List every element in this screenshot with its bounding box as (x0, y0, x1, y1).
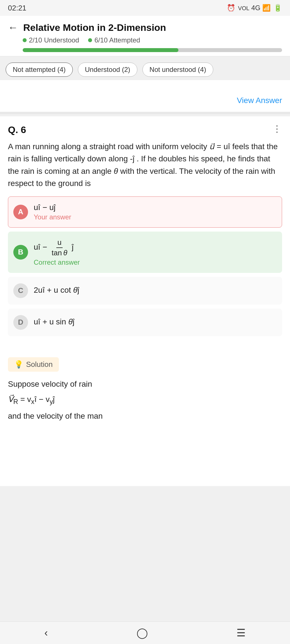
option-b[interactable]: B uî − u tan θ ĵ Correct answer (8, 232, 282, 273)
option-c-content: 2uî + u cot θĵ (34, 286, 277, 296)
question-text: A man running along a straight road with… (8, 140, 282, 190)
header: ← Relative Motion in 2-Dimension 2/10 Un… (0, 16, 290, 56)
view-answer-link[interactable]: View Answer (237, 96, 282, 105)
rain-velocity-vector: V⃗ (8, 393, 13, 406)
status-time: 02:21 (8, 4, 26, 12)
tab-not-attempted[interactable]: Not attempted (4) (6, 63, 73, 77)
option-d[interactable]: D uî + u sin θĵ (8, 309, 282, 336)
attempted-label: 6/10 Attempted (94, 36, 140, 44)
option-a-math: uî − uĵ (34, 203, 277, 212)
solution-text: Suppose velocity of rain V⃗R = vxî − vyĵ… (8, 378, 282, 423)
fraction-b: u tan θ (50, 238, 68, 257)
question-card: Q. 6 ⋮ A man running along a straight ro… (0, 116, 290, 350)
understood-label: 2/10 Understood (29, 36, 79, 44)
tab-not-understood[interactable]: Not understood (4) (142, 63, 213, 77)
question-header: Q. 6 ⋮ (8, 124, 282, 135)
question-number: Q. 6 (8, 124, 26, 135)
back-button[interactable]: ← (8, 22, 18, 33)
alarm-icon: ⏰ (227, 4, 235, 12)
solution-header-badge: 💡 Solution (8, 357, 59, 372)
progress-bar-fill (23, 48, 178, 52)
solution-icon: 💡 (14, 360, 23, 369)
solution-section: 💡 Solution Suppose velocity of rain V⃗R … (0, 350, 290, 430)
view-answer-section: View Answer (0, 80, 290, 114)
more-options-icon[interactable]: ⋮ (272, 124, 282, 133)
spacer (0, 429, 290, 486)
network-text: VOL 4G 📶 (238, 4, 271, 12)
option-a-circle: A (13, 205, 28, 219)
option-c[interactable]: C 2uî + u cot θĵ (8, 277, 282, 305)
option-b-math: uî − u tan θ ĵ (34, 238, 277, 257)
options-container: A uî − uĵ Your answer B uî − u tan θ ĵ C… (8, 196, 282, 340)
option-a-label: Your answer (34, 213, 277, 221)
option-b-content: uî − u tan θ ĵ Correct answer (34, 238, 277, 266)
nav-home-button[interactable]: ◯ (125, 624, 159, 642)
option-d-content: uî + u sin θĵ (34, 317, 277, 328)
option-b-label: Correct answer (34, 258, 277, 266)
option-a-content: uî − uĵ Your answer (34, 203, 277, 221)
option-d-math: uî + u sin θĵ (34, 317, 277, 326)
option-c-math: 2uî + u cot θĵ (34, 286, 277, 295)
header-stats: 2/10 Understood 6/10 Attempted (23, 36, 282, 44)
nav-back-button[interactable]: ‹ (33, 624, 59, 642)
bottom-nav: ‹ ◯ ☰ (0, 621, 290, 644)
option-b-circle: B (13, 245, 28, 260)
option-d-circle: D (13, 315, 28, 330)
battery-icon: 🔋 (274, 4, 282, 12)
solution-paragraph-1: Suppose velocity of rain (8, 378, 282, 391)
header-top: ← Relative Motion in 2-Dimension (8, 22, 282, 33)
tab-understood[interactable]: Understood (2) (78, 63, 137, 77)
understood-stat: 2/10 Understood (23, 36, 79, 44)
nav-menu-button[interactable]: ☰ (225, 624, 257, 642)
vol-icon: VOL (238, 5, 250, 11)
attempted-stat: 6/10 Attempted (88, 36, 140, 44)
solution-equation-1: V⃗R = vxî − vyĵ (8, 393, 282, 407)
solution-label: Solution (26, 360, 53, 369)
network-label: 4G (251, 4, 260, 12)
option-a[interactable]: A uî − uĵ Your answer (8, 196, 282, 228)
page-title: Relative Motion in 2-Dimension (23, 22, 166, 33)
filter-tabs: Not attempted (4) Understood (2) Not und… (0, 56, 290, 80)
velocity-vector: u⃗ (209, 140, 214, 153)
status-icons: ⏰ VOL 4G 📶 🔋 (227, 4, 282, 12)
progress-bar-container (23, 48, 282, 52)
status-bar: 02:21 ⏰ VOL 4G 📶 🔋 (0, 0, 290, 16)
option-c-circle: C (13, 283, 28, 298)
attempted-dot (88, 38, 92, 42)
solution-paragraph-2: and the velocity of the man (8, 410, 282, 423)
understood-dot (23, 38, 27, 42)
signal-icon: 📶 (262, 4, 271, 12)
